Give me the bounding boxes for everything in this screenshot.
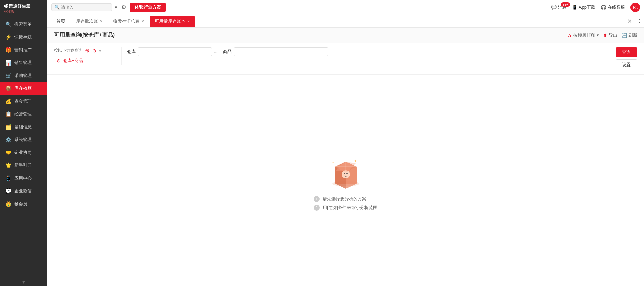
topbar-dropdown[interactable]: ▾ [115, 5, 117, 10]
print-template-button[interactable]: 🖨 按模板打印 ▾ [567, 32, 599, 38]
sidebar-item-sales[interactable]: 📊 销售管理 [0, 56, 47, 69]
tab-available-ledger[interactable]: 可用量库存账本 × [150, 16, 195, 27]
logo-sub: 标准版 [4, 9, 43, 14]
sidebar-icon-inventory: 📦 [5, 85, 11, 92]
sidebar-item-finance[interactable]: 💰 资金管理 [0, 95, 47, 108]
tab-batch-ledger-label: 库存批次账 [76, 18, 98, 24]
print-dropdown-icon[interactable]: ▾ [597, 33, 599, 38]
sidebar-icon-purchase: 🛒 [5, 73, 11, 79]
sidebar-icon-sales: 📊 [5, 60, 11, 66]
sidebar-icon-search: 🔍 [5, 21, 11, 27]
main-area: 🔍 ▾ ⚙ 体验行业方案 💬 消息 99+ 📱 App下载 🎧 在线客服 Rit [47, 0, 644, 286]
sidebar-label-purchase: 采购管理 [14, 73, 32, 79]
page-header-actions: 🖨 按模板打印 ▾ ⬆ 导出 🔄 刷新 [567, 32, 637, 38]
message-button[interactable]: 💬 消息 99+ [551, 4, 567, 10]
sidebar-label-sales: 销售管理 [14, 60, 32, 66]
sidebar-item-cooperation[interactable]: 🤝 企业协同 [0, 146, 47, 159]
export-button[interactable]: ⬆ 导出 [603, 32, 617, 38]
sidebar-icon-member: 👑 [5, 201, 11, 207]
query-button[interactable]: 查询 [616, 47, 637, 57]
svg-text:✦: ✦ [353, 158, 357, 164]
sidebar-icon-appcenter: 📱 [5, 175, 11, 181]
tab-home[interactable]: 首页 [51, 16, 70, 27]
tabbar: 首页 库存批次账 × 收发存汇总表 × 可用量库存账本 × ✕ ⛶ [47, 15, 644, 28]
message-badge: 99+ [561, 2, 570, 7]
sidebar-scroll-down[interactable]: ▼ [0, 278, 47, 286]
goods-label: 商品 [223, 49, 232, 55]
tab-home-label: 首页 [56, 18, 65, 24]
scheme-icon: ⊙ [57, 58, 61, 63]
gear-icon[interactable]: ⚙ [120, 3, 127, 12]
collapse-button[interactable]: « [99, 48, 101, 53]
settings-button[interactable]: 设置 [616, 59, 637, 70]
filter-fields-container: 仓库 ... 商品 ... [127, 47, 608, 56]
sidebar-item-weixin[interactable]: 💬 企业微信 [0, 185, 47, 198]
sidebar-icon-cooperation: 🤝 [5, 150, 11, 156]
scheme-settings-button[interactable]: ⊙ [92, 48, 96, 53]
print-label: 按模板打印 [573, 32, 595, 38]
filter-fields-row: 仓库 ... 商品 ... [127, 47, 608, 56]
service-label: 在线客服 [608, 4, 625, 10]
add-scheme-button[interactable]: ⊕ [85, 47, 89, 54]
sidebar-item-marketing[interactable]: 🎁 营销推广 [0, 44, 47, 56]
goods-more-button[interactable]: ... [330, 49, 334, 54]
sidebar-item-inventory[interactable]: 📦 库存核算 [0, 82, 47, 95]
tabbar-expand-icon[interactable]: ⛶ [635, 18, 640, 24]
sidebar-item-search[interactable]: 🔍 搜索菜单 [0, 18, 47, 31]
sidebar-label-newguide: 新手引导 [14, 162, 32, 168]
sidebar-item-quick-nav[interactable]: ⚡ 快捷导航 [0, 31, 47, 44]
tab-batch-ledger[interactable]: 库存批次账 × [71, 16, 107, 27]
tab-batch-ledger-close[interactable]: × [100, 19, 102, 24]
sidebar-item-basic[interactable]: 🗂️ 基础信息 [0, 121, 47, 133]
warehouse-filter-field: 仓库 ... [127, 47, 217, 56]
search-input[interactable] [61, 5, 102, 10]
refresh-icon: 🔄 [621, 33, 627, 38]
empty-tip-1: 1 请先选择要分析的方案 [314, 196, 378, 202]
sidebar-item-system[interactable]: ⚙️ 系统管理 [0, 133, 47, 146]
trial-button[interactable]: 体验行业方案 [130, 3, 166, 12]
content-area: 可用量查询(按仓库+商品) 🖨 按模板打印 ▾ ⬆ 导出 🔄 刷新 [47, 28, 644, 286]
print-icon: 🖨 [567, 33, 572, 38]
sidebar-label-quick-nav: 快捷导航 [14, 34, 32, 40]
filter-area: 按以下方案查询 ⊕ ⊙ « ⊙ 仓库+商品 仓库 [47, 43, 644, 75]
tab-inventory-summary-close[interactable]: × [141, 19, 144, 24]
warehouse-more-button[interactable]: ... [214, 49, 217, 54]
headset-icon: 🎧 [601, 5, 606, 10]
sidebar-icon-marketing: 🎁 [5, 47, 11, 53]
warehouse-input[interactable] [138, 47, 212, 56]
goods-input[interactable] [234, 47, 328, 56]
filter-action-buttons: 查询 设置 [613, 47, 637, 70]
topbar-search-box[interactable]: 🔍 [51, 3, 112, 11]
sidebar-item-member[interactable]: 👑 畅会员 [0, 198, 47, 210]
sidebar-label-inventory: 库存核算 [14, 85, 32, 92]
refresh-label: 刷新 [628, 32, 637, 38]
filter-scheme-label: 按以下方案查询 ⊕ ⊙ « [54, 47, 116, 54]
tab-available-ledger-close[interactable]: × [187, 19, 190, 24]
tab-inventory-summary[interactable]: 收发存汇总表 × [108, 16, 149, 27]
tabbar-close-icon[interactable]: ✕ [627, 18, 632, 24]
scheme-warehouse-goods[interactable]: ⊙ 仓库+商品 [54, 56, 116, 65]
svg-text:✦: ✦ [332, 161, 334, 165]
tip-num-1: 1 [314, 196, 320, 202]
phone-icon: 📱 [572, 5, 577, 10]
sidebar-icon-newguide: 🌟 [5, 162, 11, 168]
sidebar-label-search: 搜索菜单 [14, 21, 32, 27]
refresh-button[interactable]: 🔄 刷新 [621, 32, 637, 38]
sidebar-item-appcenter[interactable]: 📱 应用中心 [0, 172, 47, 185]
sidebar-label-finance: 资金管理 [14, 98, 32, 104]
sidebar-item-newguide[interactable]: 🌟 新手引导 [0, 159, 47, 172]
page-container: 可用量查询(按仓库+商品) 🖨 按模板打印 ▾ ⬆ 导出 🔄 刷新 [47, 28, 644, 286]
chevron-down-icon: ▾ [115, 5, 117, 10]
user-avatar[interactable]: Rit [630, 3, 640, 12]
sidebar-logo: 畅康通好生意 标准版 [0, 0, 47, 18]
sidebar-label-weixin: 企业微信 [14, 188, 32, 194]
search-icon: 🔍 [54, 5, 60, 10]
sidebar: 畅康通好生意 标准版 🔍 搜索菜单 ⚡ 快捷导航 🎁 营销推广 📊 销售管理 🛒… [0, 0, 47, 286]
sidebar-item-purchase[interactable]: 🛒 采购管理 [0, 69, 47, 82]
app-download-button[interactable]: 📱 App下载 [572, 4, 595, 10]
empty-tips: 1 请先选择要分析的方案 2 用[过滤]条件来缩小分析范围 [314, 196, 378, 211]
warehouse-label: 仓库 [127, 49, 136, 55]
sidebar-item-operations[interactable]: 📋 经营管理 [0, 108, 47, 121]
sidebar-icon-operations: 📋 [5, 111, 11, 117]
online-service-button[interactable]: 🎧 在线客服 [601, 4, 625, 10]
